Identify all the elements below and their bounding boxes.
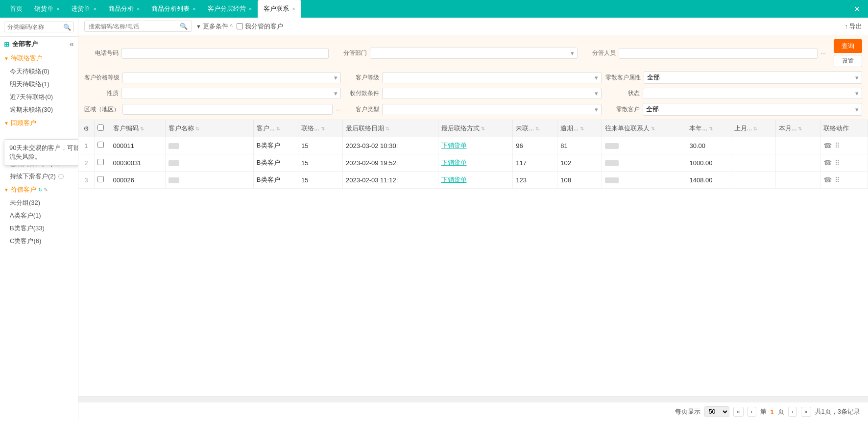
select-payment[interactable]: ▾ bbox=[382, 88, 602, 99]
close-purchase-tab[interactable]: × bbox=[93, 6, 96, 12]
close-customer-contact-tab[interactable]: × bbox=[292, 6, 295, 12]
sidebar-group-pending[interactable]: ▼ 待联络客户 bbox=[0, 51, 78, 65]
filter-customer-type: 客户类型 ▾ bbox=[345, 104, 602, 115]
sidebar-item-ungrouped[interactable]: 未分组(32) bbox=[0, 197, 78, 209]
sort-last-month-icon[interactable]: ⇅ bbox=[753, 126, 757, 131]
nav-customer-tier[interactable]: 客户分层经营 × bbox=[202, 0, 258, 18]
select-price-grade[interactable]: ▾ bbox=[122, 72, 341, 83]
input-phone[interactable] bbox=[121, 48, 329, 59]
action-phone-icon-1[interactable]: ☎ bbox=[823, 159, 832, 167]
sort-way-icon[interactable]: ⇅ bbox=[481, 126, 485, 131]
first-page-button[interactable]: « bbox=[733, 407, 744, 417]
row-checkbox-0[interactable] bbox=[97, 142, 104, 148]
th-name: 客户名称 ⇅ bbox=[166, 120, 254, 137]
th-type: 客户... ⇅ bbox=[253, 120, 298, 137]
filter-row-1: 电话号码 分管部门 ▾ 分管人员 ··· 查询 设置 bbox=[84, 39, 862, 67]
last-way-link-0[interactable]: 下销货单 bbox=[441, 142, 467, 149]
close-product-list-tab[interactable]: × bbox=[193, 6, 195, 12]
filter-more-conditions-button[interactable]: ▼ 更多条件 ^ bbox=[196, 22, 233, 31]
sidebar-item-b-class[interactable]: B类客户(33) bbox=[0, 222, 78, 235]
close-product-analysis-tab[interactable]: × bbox=[137, 6, 140, 12]
action-more-icon-2[interactable]: ⠿ bbox=[835, 176, 840, 184]
caret-icon: ^ bbox=[230, 23, 233, 30]
sort-name-icon[interactable]: ⇅ bbox=[195, 126, 199, 131]
td-last-month-2 bbox=[731, 172, 775, 189]
row-checkbox-1[interactable] bbox=[97, 159, 104, 165]
input-manager[interactable] bbox=[619, 48, 818, 59]
last-way-link-1[interactable]: 下销货单 bbox=[441, 159, 467, 166]
last-way-link-2[interactable]: 下销货单 bbox=[441, 176, 467, 183]
nav-home[interactable]: 首页 bbox=[4, 0, 28, 18]
settings-button[interactable]: 设置 bbox=[834, 55, 862, 67]
sidebar-search-icon[interactable]: 🔍 bbox=[63, 24, 71, 31]
select-customer-type[interactable]: ▾ bbox=[382, 104, 602, 115]
select-customer-grade[interactable]: ▾ bbox=[382, 72, 602, 83]
last-page-button[interactable]: » bbox=[801, 407, 811, 417]
nav-product-list[interactable]: 商品分析列表 × bbox=[145, 0, 201, 18]
sidebar-item-c-class[interactable]: C类客户(6) bbox=[0, 235, 78, 248]
sidebar-item-a-class[interactable]: A类客户(1) bbox=[0, 209, 78, 222]
sort-this-month-icon[interactable]: ⇅ bbox=[798, 126, 802, 131]
table-settings-icon[interactable]: ⚙ bbox=[83, 125, 89, 132]
dots-region[interactable]: ··· bbox=[336, 106, 341, 113]
down-arrow-customer-grade: ▾ bbox=[595, 74, 598, 81]
sidebar-collapse-button[interactable]: « bbox=[70, 40, 74, 49]
horizontal-scrollbar[interactable] bbox=[78, 396, 868, 402]
sidebar-item-7days[interactable]: 近7天待联络(0) bbox=[0, 91, 78, 103]
query-button[interactable]: 查询 bbox=[834, 39, 862, 53]
sidebar-group-value[interactable]: ▼ 价值客户 ↻ ✎ bbox=[0, 183, 78, 197]
next-page-button[interactable]: › bbox=[788, 407, 797, 417]
prev-page-button[interactable]: ‹ bbox=[747, 407, 756, 417]
nav-sales[interactable]: 销货单 × bbox=[28, 0, 65, 18]
sort-type-icon[interactable]: ⇅ bbox=[276, 126, 280, 131]
my-customers-checkbox[interactable] bbox=[237, 23, 243, 29]
sort-contact-icon[interactable]: ⇅ bbox=[321, 126, 325, 131]
select-dept[interactable]: ▾ bbox=[370, 48, 577, 59]
per-page-select[interactable]: 50 100 200 bbox=[704, 406, 729, 417]
action-more-icon-1[interactable]: ⠿ bbox=[835, 159, 840, 167]
close-customer-tier-tab[interactable]: × bbox=[249, 6, 252, 12]
action-phone-icon-2[interactable]: ☎ bbox=[823, 176, 832, 184]
td-this-year-2: 1408.00 bbox=[686, 172, 731, 189]
filter-status: 状态 ▾ bbox=[605, 88, 862, 99]
filter-search-icon[interactable]: 🔍 bbox=[180, 23, 188, 30]
sidebar-item-declining[interactable]: 持续下滑客户(2) ⓘ bbox=[0, 170, 78, 183]
dots-manager[interactable]: ··· bbox=[820, 50, 826, 57]
th-action: 联络动作 bbox=[820, 120, 868, 137]
window-close-button[interactable]: ✕ bbox=[850, 4, 864, 14]
sidebar-item-tomorrow[interactable]: 明天待联络(1) bbox=[0, 78, 78, 91]
refresh-icon[interactable]: ↻ bbox=[38, 187, 43, 193]
sort-uncontacted-icon[interactable]: ⇅ bbox=[535, 126, 539, 131]
sort-contact-person-icon[interactable]: ⇅ bbox=[651, 126, 655, 131]
sidebar-item-overdue[interactable]: 逾期未联络(30) bbox=[0, 103, 78, 116]
sidebar-group-review[interactable]: ▼ 回顾客户 bbox=[0, 116, 78, 130]
action-phone-icon-0[interactable]: ☎ bbox=[823, 142, 832, 149]
sidebar-all-customers[interactable]: ⊞ 全部客户 « bbox=[0, 37, 78, 51]
sort-code-icon[interactable]: ⇅ bbox=[140, 126, 144, 131]
select-status[interactable]: ▾ bbox=[643, 88, 862, 99]
sort-this-year-icon[interactable]: ⇅ bbox=[709, 126, 713, 131]
edit-icon[interactable]: ✎ bbox=[44, 187, 48, 193]
nav-product-analysis[interactable]: 商品分析 × bbox=[102, 0, 145, 18]
filter-search-input[interactable] bbox=[89, 23, 180, 30]
down-arrow-payment: ▾ bbox=[595, 90, 598, 97]
select-nature[interactable]: ▾ bbox=[121, 88, 341, 99]
select-sparse-attr[interactable]: 全部 ▾ bbox=[644, 71, 862, 84]
filter-phone: 电话号码 bbox=[84, 48, 329, 59]
sort-overdue-icon[interactable]: ⇅ bbox=[580, 126, 584, 131]
export-button[interactable]: ↑ 导出 bbox=[845, 22, 863, 31]
select-all-checkbox[interactable] bbox=[97, 124, 104, 131]
select-sparse-customer[interactable]: 全部 ▾ bbox=[643, 103, 862, 116]
nav-purchase[interactable]: 进货单 × bbox=[65, 0, 102, 18]
action-more-icon-0[interactable]: ⠿ bbox=[835, 142, 840, 149]
td-this-month-1 bbox=[775, 154, 820, 172]
td-last-month-0 bbox=[731, 137, 775, 154]
my-customers-filter[interactable]: 我分管的客户 bbox=[237, 22, 283, 31]
row-checkbox-2[interactable] bbox=[97, 176, 104, 182]
input-region[interactable] bbox=[122, 104, 333, 115]
sort-date-icon[interactable]: ⇅ bbox=[386, 126, 389, 131]
sidebar-item-today[interactable]: 今天待联络(0) bbox=[0, 65, 78, 78]
nav-customer-contact[interactable]: 客户联系 × bbox=[258, 0, 301, 18]
th-settings[interactable]: ⚙ bbox=[78, 120, 94, 137]
close-sales-tab[interactable]: × bbox=[56, 6, 59, 12]
